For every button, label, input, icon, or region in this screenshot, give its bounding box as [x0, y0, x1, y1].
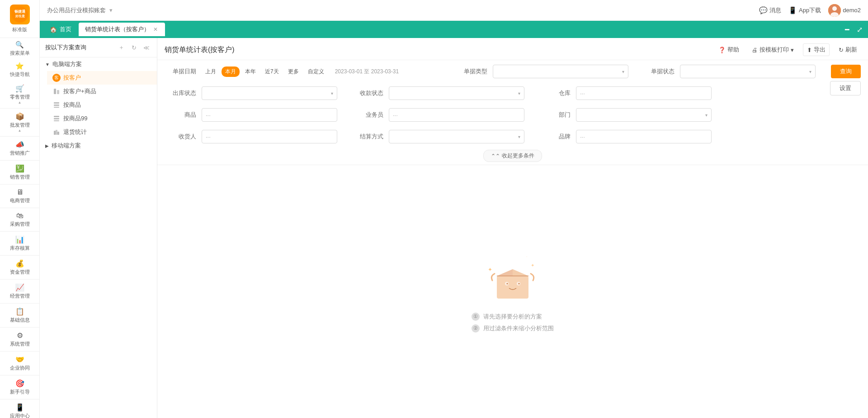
by-customer-goods-label: 按客户+商品	[63, 87, 96, 95]
settlement-select[interactable]: ▾	[389, 130, 524, 143]
settings-btn[interactable]: 设置	[830, 81, 861, 95]
tab-maximize-icon[interactable]: ⤢	[855, 24, 864, 36]
date-tab-last-month[interactable]: 上月	[202, 66, 220, 77]
sidebar-item-system[interactable]: ⚙ 系统管理	[0, 328, 39, 352]
sidebar-item-finance[interactable]: 💰 资金管理	[0, 256, 39, 280]
by-customer-icon: 客	[52, 74, 61, 82]
tab-close-icon[interactable]: ✕	[152, 25, 159, 33]
tree-group-desktop-header[interactable]: ▼ 电脑端方案	[40, 57, 157, 71]
sidebar-item-retail[interactable]: 🛒 零售管理 ▲	[0, 81, 39, 109]
svg-rect-9	[54, 104, 59, 106]
refresh-btn[interactable]: ↻ 刷新	[835, 44, 861, 56]
sidebar-item-newbie[interactable]: 🎯 新手引导	[0, 375, 39, 399]
sidebar-item-inventory[interactable]: 📊 库存核算	[0, 232, 39, 256]
sidebar-item-search[interactable]: 🔍 搜索菜单	[0, 38, 39, 59]
sidebar-item-quicknav[interactable]: ⭐ 快捷导航	[0, 59, 39, 81]
collapse-panel-btn[interactable]: ≪	[142, 43, 151, 52]
export-btn[interactable]: ⬆ 导出	[803, 43, 830, 56]
order-status-select[interactable]: ▾	[680, 65, 816, 78]
date-tab-custom[interactable]: 自定义	[304, 66, 328, 77]
tab-minimize-icon[interactable]: ━	[843, 24, 851, 36]
by-goods-99-icon	[52, 115, 61, 122]
settlement-label: 结算方式	[352, 133, 383, 141]
sidebar-item-operations[interactable]: 📈 经营管理	[0, 280, 39, 304]
sidebar-item-basic[interactable]: 📋 基础信息	[0, 304, 39, 328]
wholesale-arrow: ▲	[18, 128, 22, 133]
sidebar-quicknav-label: 快捷导航	[10, 71, 30, 78]
department-select[interactable]: ▾	[576, 108, 712, 122]
refresh-scheme-btn[interactable]: ↻	[129, 43, 139, 52]
user-name: demo2	[843, 7, 861, 14]
collapse-conditions-btn[interactable]: ⌃⌃ 收起更多条件	[483, 150, 542, 162]
inventory-icon: 📊	[15, 235, 24, 244]
filter-row-4: 收货人 ··· 结算方式 ▾ 品牌 ···	[157, 126, 823, 143]
svg-rect-6	[54, 89, 56, 94]
warehouse-select[interactable]: ···	[576, 86, 712, 100]
tree-item-by-customer-goods[interactable]: 按客户+商品	[47, 85, 157, 98]
department-arrow: ▾	[705, 113, 708, 118]
add-scheme-btn[interactable]: ＋	[116, 43, 126, 52]
sidebar-item-sales[interactable]: 💹 销售管理	[0, 161, 39, 185]
brand-label: 品牌	[539, 133, 571, 141]
page-header-actions: ❓ 帮助 🖨 按模板打印 ▾ ⬆ 导出 ↻ 刷新	[715, 43, 861, 56]
purchase-icon: 🛍	[16, 212, 24, 220]
tab-home[interactable]: 🏠 首页	[43, 23, 78, 36]
tree-group-mobile-header[interactable]: ▶ 移动端方案	[40, 139, 157, 152]
header-dropdown-icon[interactable]: ▾	[109, 7, 113, 14]
tab-sales-stat[interactable]: 销货单统计表（按客户） ✕	[79, 23, 165, 36]
ecommerce-icon: 🖥	[16, 188, 24, 196]
mobile-expand-icon: ▶	[45, 143, 49, 148]
svg-point-24	[519, 283, 520, 284]
help-btn[interactable]: ❓ 帮助	[715, 44, 743, 56]
by-goods-icon	[52, 102, 61, 108]
user-profile-btn[interactable]: demo2	[828, 4, 861, 17]
collapse-label: 收起更多条件	[502, 152, 534, 160]
query-btn[interactable]: 查询	[831, 65, 861, 78]
consignee-value: ···	[206, 133, 211, 140]
svg-rect-12	[54, 118, 59, 119]
date-tabs: 上月 本月 本年 近7天 更多 自定义	[202, 66, 328, 77]
sidebar-item-appcenter[interactable]: 📱 应用中心	[0, 399, 39, 418]
left-panel: 按以下方案查询 ＋ ↻ ≪ ▼ 电脑端方案	[40, 38, 157, 418]
sidebar-item-marketing[interactable]: 📣 营销推广	[0, 137, 39, 161]
order-type-label: 单据类型	[456, 67, 487, 76]
date-tab-7days[interactable]: 近7天	[261, 66, 283, 77]
sidebar-item-purchase[interactable]: 🛍 采购管理	[0, 208, 39, 232]
receipt-status-select[interactable]: ▾	[389, 86, 524, 100]
out-status-select[interactable]: ▾	[202, 86, 337, 100]
order-type-select[interactable]: ▾	[493, 65, 628, 78]
app-download-btn[interactable]: 📱 App下载	[788, 6, 821, 14]
settlement-arrow: ▾	[518, 134, 520, 139]
date-tab-this-year[interactable]: 本年	[241, 66, 259, 77]
consignee-select[interactable]: ···	[202, 130, 337, 143]
sidebar-item-wholesale[interactable]: 📦 批发管理 ▲	[0, 109, 39, 137]
sidebar-item-ecommerce[interactable]: 🖥 电商管理	[0, 185, 39, 208]
date-tab-more[interactable]: 更多	[284, 66, 302, 77]
tree-item-by-goods[interactable]: 按商品	[47, 98, 157, 112]
appcenter-label: 应用中心	[10, 413, 30, 418]
operations-label: 经营管理	[10, 293, 30, 299]
svg-rect-14	[54, 131, 56, 135]
goods-select[interactable]: ···	[202, 108, 337, 122]
sidebar-item-enterprise[interactable]: 🤝 企业协同	[0, 352, 39, 375]
desktop-group-label: 电脑端方案	[52, 60, 82, 68]
by-goods-label: 按商品	[63, 101, 81, 109]
svg-marker-19	[513, 269, 528, 276]
messages-btn[interactable]: 💬 消息	[759, 6, 781, 14]
date-tab-this-month[interactable]: 本月	[222, 66, 240, 77]
brand-select[interactable]: ···	[576, 130, 712, 143]
refresh-icon: ↻	[132, 44, 137, 51]
system-icon: ⚙	[17, 331, 23, 340]
print-btn[interactable]: 🖨 按模板打印 ▾	[748, 44, 797, 56]
print-label: 按模板打印	[760, 46, 789, 54]
salesperson-select[interactable]: ···	[389, 108, 524, 122]
app-download-icon: 📱	[788, 6, 797, 14]
svg-rect-15	[56, 130, 57, 135]
tree-item-return-stat[interactable]: 退货统计	[47, 125, 157, 139]
add-icon: ＋	[118, 43, 124, 52]
return-stat-label: 退货统计	[63, 128, 87, 136]
content-area: 按以下方案查询 ＋ ↻ ≪ ▼ 电脑端方案	[40, 38, 868, 418]
tree-item-by-customer[interactable]: 客 按客户	[47, 71, 157, 85]
by-goods-99-label: 按商品99	[63, 114, 87, 123]
tree-item-by-goods-99[interactable]: 按商品99	[47, 112, 157, 125]
